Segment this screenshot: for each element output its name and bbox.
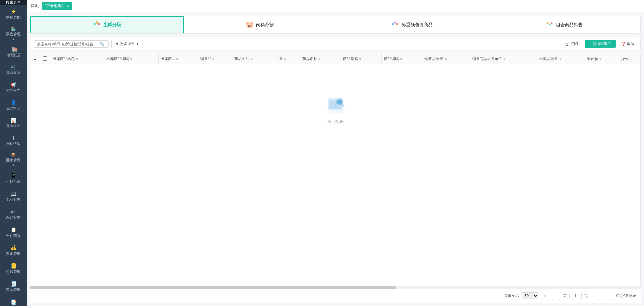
select-all-checkbox[interactable] — [43, 56, 47, 61]
last-page-button[interactable]: » — [602, 292, 610, 300]
first-page-button[interactable]: « — [541, 292, 549, 300]
help-button[interactable]: ❓ 帮助 — [618, 40, 637, 48]
prev-page-button[interactable]: ‹ — [552, 292, 560, 300]
sort-icon: ⇅ — [445, 58, 447, 61]
search-input[interactable] — [37, 42, 98, 46]
invoice-icon: 🧾 — [11, 281, 16, 287]
inventory-icon: 📋 — [11, 227, 16, 232]
search-icon[interactable]: 🔍 — [100, 42, 105, 46]
sort-icon: ⇅ — [400, 58, 402, 61]
finance-icon: 💰 — [11, 245, 16, 250]
sort-icon: ⇅ — [250, 58, 253, 61]
sidebar-item-label: 电商管理 — [6, 197, 21, 202]
sidebar-item-label: 小畅电商 — [6, 179, 21, 184]
active-tab-tag[interactable]: 特殊销售品 × — [42, 2, 72, 10]
sidebar-item-ecom-mgmt[interactable]: 💻 电商管理 — [0, 187, 27, 205]
th-setting[interactable]: ⚙ — [30, 53, 40, 64]
th-product-code[interactable]: 商品编码 ⇅ — [381, 53, 422, 64]
page-number-input[interactable] — [569, 293, 582, 299]
tab-meat-cut[interactable]: 🐷 肉类分割 — [184, 16, 336, 33]
tab-scale-pack[interactable]: 称重预包装商品 — [336, 16, 489, 33]
retail-mall-icon: 🛒 — [11, 64, 16, 70]
sidebar-item-sales-promo[interactable]: 📢 营销推广 — [0, 79, 27, 96]
sales-promo-icon: 📢 — [11, 82, 16, 88]
meat-cut-tab-icon: 🐷 — [246, 21, 253, 29]
sidebar-logo[interactable]: 搜索菜单 — [0, 0, 27, 5]
total-info: 共0页 0条记录 — [613, 293, 636, 299]
svg-point-5 — [396, 23, 398, 25]
active-tab-label: 特殊销售品 — [45, 3, 65, 9]
filter-button[interactable]: ▼ 更多条件 ▼ — [111, 40, 143, 48]
sidebar-item-retail-mall[interactable]: 🛒 零售商城 — [0, 61, 27, 79]
sidebar-item-label: 会员中心 — [6, 106, 20, 111]
print-label: 打印 — [570, 41, 578, 46]
horizontal-scroll[interactable] — [30, 286, 641, 289]
sidebar-item-tax[interactable]: 📑 税务管理 — [0, 296, 27, 306]
sidebar-item-purchase-mgmt[interactable]: 🛍 采购管理 — [0, 205, 27, 224]
sidebar-item-retail-stats[interactable]: 📊 零售统计 — [0, 114, 27, 132]
th-member-price[interactable]: 会员价 ⇅ — [585, 53, 619, 64]
page-size-select[interactable]: 10 20 50 100 — [522, 292, 538, 299]
data-table: ⚙ 出库商品名称 ⇅ 出库商品编码 ⇅ 出库商... ⇅ — [30, 53, 640, 64]
th-sales-product[interactable]: 销售品 ⇅ — [198, 53, 232, 64]
sidebar-item-label: 库存核算 — [6, 233, 21, 238]
table-header-row: ⚙ 出库商品名称 ⇅ 出库商品编码 ⇅ 出库商... ⇅ — [30, 53, 640, 64]
chevron-down-icon: ▼ — [136, 42, 139, 46]
sidebar-item-basic-info[interactable]: ℹ 基础信息 — [0, 132, 27, 150]
retail-stats-icon: 📊 — [11, 118, 16, 123]
sidebar-item-label: 资金管理 — [6, 251, 21, 256]
next-page-button[interactable]: › — [591, 292, 599, 300]
sidebar-item-finance[interactable]: 💰 资金管理 — [0, 242, 27, 260]
th-out-product-x[interactable]: 出库商... ⇅ — [158, 53, 198, 64]
quick-nav-icon: ⚡ — [11, 9, 16, 14]
svg-point-1 — [96, 21, 98, 24]
svg-point-4 — [394, 22, 396, 24]
sidebar-item-smart-store[interactable]: 🏬 智慧门店 — [0, 43, 27, 61]
print-button[interactable]: 🖨 打印 — [561, 40, 582, 48]
help-label: 帮助 — [627, 41, 634, 46]
sidebar-item-member-center[interactable]: 👤 会员中心 — [0, 96, 27, 114]
th-product-image[interactable]: 商品图片 ⇅ — [232, 53, 273, 64]
th-out-product-code[interactable]: 出库商品编码 ⇅ — [104, 53, 159, 64]
th-product-name[interactable]: 商品名称 ⇅ — [300, 53, 341, 64]
ledger-icon: 📒 — [11, 263, 16, 269]
page-size-label: 每页显示 — [504, 293, 519, 299]
tab-fresh-grade[interactable]: 生鲜分级 — [30, 16, 184, 33]
sidebar-item-retail-mgmt[interactable]: 🏪 零售管理 ▲ — [0, 24, 27, 43]
sidebar-item-label: 发票管理 — [6, 287, 21, 292]
printer-icon: 🖨 — [565, 42, 569, 46]
sidebar-item-ledger[interactable]: 📒 总账管理 — [0, 260, 27, 278]
sidebar-item-inventory[interactable]: 📋 库存核算 — [0, 224, 27, 242]
sidebar-item-wholesale-mgmt[interactable]: 📦 批发管理 ▼ — [0, 150, 27, 169]
scale-pack-tab-icon — [391, 21, 399, 29]
th-main-weight[interactable]: 主量 ⇅ — [273, 53, 300, 64]
fresh-grade-tab-icon — [93, 21, 101, 29]
th-sales-unit[interactable]: 销售商品计量单位 ⇅ — [470, 53, 537, 64]
th-out-qty[interactable]: 出库品数量 ⇅ — [537, 53, 585, 64]
sort-icon: ⇅ — [599, 58, 602, 61]
sidebar-item-invoice[interactable]: 🧾 发票管理 — [0, 278, 27, 296]
th-product-barcode[interactable]: 商品条码 ⇅ — [341, 53, 382, 64]
page-content: 生鲜分级 🐷 肉类分割 称重预包装商品 — [27, 12, 644, 306]
toolbar-left: 🔍 ▼ 更多条件 ▼ — [34, 40, 143, 48]
new-sales-button[interactable]: + 新增销售品 — [585, 40, 616, 48]
page-unit: 页 — [584, 293, 588, 299]
close-tab-icon[interactable]: × — [67, 4, 69, 8]
sort-icon: ⇅ — [76, 58, 78, 61]
empty-state-illustration — [322, 92, 349, 116]
smart-store-icon: 🏬 — [11, 47, 17, 52]
tab-combo-sales[interactable]: 组合商品销售 — [488, 16, 640, 33]
sidebar-item-label: 批发管理 — [6, 158, 21, 163]
svg-point-14 — [334, 104, 337, 108]
sidebar-item-mini-ecom[interactable]: 📱 小畅电商 — [0, 169, 27, 187]
th-checkbox[interactable] — [40, 53, 50, 64]
member-center-icon: 👤 — [11, 100, 16, 105]
sidebar-item-quick-nav[interactable]: ⚡ 快捷导航 — [0, 5, 27, 24]
th-out-product-name[interactable]: 出库商品名称 ⇅ — [50, 53, 104, 64]
th-sales-qty[interactable]: 销售品数量 ⇅ — [422, 53, 470, 64]
search-box[interactable]: 🔍 — [34, 40, 109, 48]
filter-label: 更多条件 — [120, 41, 135, 46]
topbar: 首页 特殊销售品 × — [27, 0, 644, 12]
filter-icon: ▼ — [115, 42, 119, 46]
sidebar-item-label: 零售商城 — [6, 71, 20, 75]
